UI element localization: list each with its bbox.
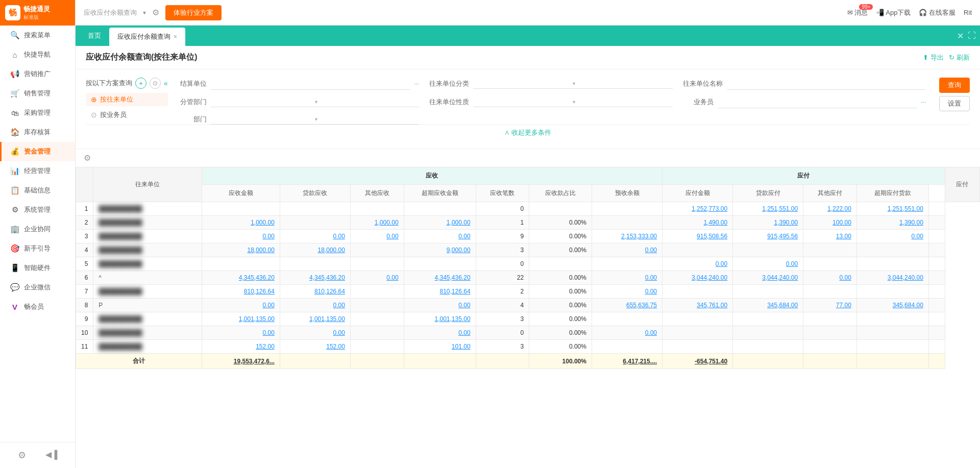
collapse-more-button[interactable]: ∧ 收起更多条件 — [86, 125, 970, 140]
row-ar-loan[interactable]: 0.00 — [280, 326, 350, 340]
row-ar-advance[interactable] — [592, 216, 662, 230]
header-online-service[interactable]: 🎧 在线客服 — [919, 8, 955, 17]
sidebar-item-finance[interactable]: 💰 资金管理 — [0, 142, 75, 161]
row-ap-other[interactable] — [803, 326, 857, 340]
sidebar-item-hardware[interactable]: 📱 智能硬件 — [0, 258, 75, 278]
row-ar-advance[interactable]: 0.00 — [592, 326, 662, 340]
row-ar-other[interactable] — [350, 285, 404, 299]
row-ar-other[interactable] — [350, 340, 404, 354]
table-settings-icon[interactable]: ⚙ — [84, 153, 91, 163]
row-ar-overdue[interactable]: 0.00 — [404, 299, 476, 312]
row-ar-advance[interactable] — [592, 257, 662, 271]
row-ar-amount[interactable] — [202, 257, 280, 271]
row-ar-other[interactable]: 0.00 — [350, 271, 404, 285]
export-button[interactable]: ⬆ 导出 — [923, 53, 944, 62]
salesperson-input[interactable] — [718, 96, 917, 108]
row-ap-amount[interactable] — [663, 285, 733, 299]
row-ap-amount[interactable] — [663, 340, 733, 354]
row-ar-loan[interactable]: 4,345,436.20 — [280, 271, 350, 285]
row-ap-loan[interactable]: 0.00 — [733, 257, 803, 271]
row-ap-overdue[interactable]: 3,044,240.00 — [856, 271, 928, 285]
row-ap-loan[interactable]: 3,044,240.00 — [733, 271, 803, 285]
tab-close-window-icon[interactable]: ✕ — [957, 31, 964, 41]
row-ap-overdue[interactable] — [856, 340, 928, 354]
row-ap-loan[interactable]: 915,495.56 — [733, 230, 803, 243]
sidebar-item-vip[interactable]: V 畅会员 — [0, 297, 75, 316]
sidebar-item-sales[interactable]: 🛒 销售管理 — [0, 84, 75, 103]
row-ar-loan[interactable]: 152.00 — [280, 340, 350, 354]
row-ar-advance[interactable] — [592, 340, 662, 354]
row-ap-amount[interactable]: 0.00 — [663, 257, 733, 271]
row-ap-overdue[interactable]: 345,684.00 — [856, 299, 928, 312]
row-ap-other[interactable] — [803, 243, 857, 257]
sidebar-item-operations[interactable]: 📊 经营管理 — [0, 161, 75, 181]
scheme-by-unit[interactable]: ⊕ 按往来单位 — [86, 93, 168, 106]
sidebar-item-marketing[interactable]: 📢 营销推广 — [0, 64, 75, 84]
tab-close-icon[interactable]: × — [174, 33, 177, 40]
row-ar-other[interactable] — [350, 312, 404, 326]
settings-bottom-icon[interactable]: ⚙ — [18, 450, 26, 461]
row-ar-loan[interactable] — [280, 257, 350, 271]
row-ar-advance[interactable]: 0.00 — [592, 285, 662, 299]
row-ap-other[interactable]: 77.00 — [803, 299, 857, 312]
header-dropdown-icon[interactable]: ▾ — [143, 9, 146, 16]
row-ar-amount[interactable]: 0.00 — [202, 326, 280, 340]
row-ar-overdue[interactable]: 1,000.00 — [404, 216, 476, 230]
collapse-sidebar-icon[interactable]: ◀▐ — [45, 450, 57, 461]
sidebar-item-search[interactable]: 🔍 搜索菜单 — [0, 26, 75, 45]
dept-select[interactable]: ▾ — [211, 97, 419, 107]
sidebar-item-wechat[interactable]: 💬 企业微信 — [0, 278, 75, 297]
row-ar-loan[interactable] — [280, 202, 350, 216]
row-ar-other[interactable] — [350, 257, 404, 271]
total-ap-amount[interactable]: -654,751.40 — [663, 354, 733, 369]
sidebar-item-enterprise[interactable]: 🏢 企业协同 — [0, 219, 75, 239]
row-ar-amount[interactable]: 18,000.00 — [202, 243, 280, 257]
row-ap-overdue[interactable] — [856, 312, 928, 326]
sidebar-item-inventory[interactable]: 🏠 库存核算 — [0, 122, 75, 142]
unit-name-input[interactable] — [727, 78, 926, 90]
row-ar-amount[interactable]: 4,345,436.20 — [202, 271, 280, 285]
scheme-add-button[interactable]: + — [135, 78, 146, 89]
header-message[interactable]: ✉ 消息 99+ — [847, 8, 868, 17]
row-ar-loan[interactable]: 18,000.00 — [280, 243, 350, 257]
row-ar-overdue[interactable]: 4,345,436.20 — [404, 271, 476, 285]
row-ar-advance[interactable]: 0.00 — [592, 243, 662, 257]
row-ap-amount[interactable] — [663, 243, 733, 257]
row-ap-overdue[interactable]: 0.00 — [856, 230, 928, 243]
row-ap-loan[interactable] — [733, 312, 803, 326]
tab-home[interactable]: 首页 — [80, 26, 109, 46]
row-ap-other[interactable] — [803, 340, 857, 354]
scheme-by-staff[interactable]: ⊙ 按业务员 — [86, 108, 168, 121]
row-ap-loan[interactable]: 1,390.00 — [733, 216, 803, 230]
row-ap-amount[interactable]: 1,252,773.00 — [663, 202, 733, 216]
row-ar-amount[interactable]: 0.00 — [202, 230, 280, 243]
row-ar-other[interactable] — [350, 243, 404, 257]
row-ap-overdue[interactable] — [856, 326, 928, 340]
settings-button[interactable]: 设置 — [939, 96, 970, 111]
row-ar-loan[interactable] — [280, 216, 350, 230]
row-ap-amount[interactable] — [663, 312, 733, 326]
row-ar-amount[interactable] — [202, 202, 280, 216]
row-ap-loan[interactable]: 345,684.00 — [733, 299, 803, 312]
row-ap-other[interactable]: 13.00 — [803, 230, 857, 243]
settlement-unit-dots[interactable]: ··· — [414, 80, 419, 87]
sidebar-item-guide[interactable]: 🎯 新手引导 — [0, 239, 75, 258]
row-ar-loan[interactable]: 0.00 — [280, 299, 350, 312]
row-ar-loan[interactable]: 1,001,135.00 — [280, 312, 350, 326]
row-ar-overdue[interactable]: 0.00 — [404, 230, 476, 243]
row-ar-advance[interactable]: 655,636.75 — [592, 299, 662, 312]
row-ap-overdue[interactable] — [856, 243, 928, 257]
header-app-download[interactable]: 📲 App下载 — [876, 8, 911, 17]
row-ap-overdue[interactable] — [856, 257, 928, 271]
scheme-collapse-icon[interactable]: « — [164, 79, 168, 87]
unit-nature-select[interactable]: ▾ — [473, 97, 672, 107]
row-ar-other[interactable]: 1,000.00 — [350, 216, 404, 230]
row-ar-loan[interactable]: 810,126.64 — [280, 285, 350, 299]
sidebar-item-system[interactable]: ⚙ 系统管理 — [0, 200, 75, 219]
row-ap-amount[interactable]: 3,044,240.00 — [663, 271, 733, 285]
row-ar-other[interactable] — [350, 202, 404, 216]
row-ar-overdue[interactable]: 1,001,135.00 — [404, 312, 476, 326]
row-ap-amount[interactable]: 345,761.00 — [663, 299, 733, 312]
row-ap-other[interactable] — [803, 285, 857, 299]
row-ap-overdue[interactable]: 1,390.00 — [856, 216, 928, 230]
